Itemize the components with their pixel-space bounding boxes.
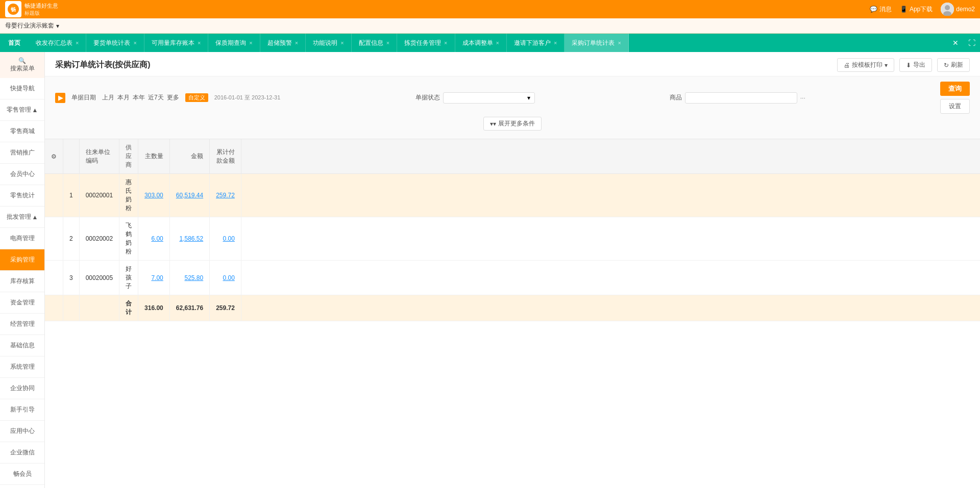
close-icon[interactable]: ×	[198, 40, 201, 46]
user-area[interactable]: demo2	[941, 3, 975, 16]
tab-chuchao[interactable]: 超储预警 ×	[260, 34, 306, 52]
sidebar-item-marketing[interactable]: 营销推广	[0, 142, 44, 164]
content-area: 采购订单统计表(按供应商) 🖨 按模板打印 ▾ ⬇ 导出 ↻ 刷新	[45, 52, 980, 488]
tf-amount: 62,631.76	[169, 295, 209, 321]
sidebar-item-app-center[interactable]: 应用中心	[0, 421, 44, 442]
tab-gongneng[interactable]: 功能说明 ×	[306, 34, 351, 52]
sidebar-item-purchase[interactable]: 采购管理	[0, 249, 44, 271]
status-select[interactable]: ▾	[443, 92, 535, 104]
goods-input[interactable]	[685, 92, 797, 104]
tab-jianhuo[interactable]: 拣货任务管理 ×	[397, 34, 455, 52]
date-custom-badge[interactable]: 自定义	[185, 93, 208, 102]
chevron-icon-2: ▲	[32, 214, 38, 221]
tab-caigou-active[interactable]: 采购订单统计表 ×	[565, 34, 628, 52]
sidebar-item-guide[interactable]: 新手引导	[0, 399, 44, 421]
td-paid-2: 0.00	[210, 217, 241, 261]
close-icon[interactable]: ×	[554, 40, 557, 46]
tf-unit-code	[79, 295, 119, 321]
sidebar-item-quick-nav[interactable]: 快捷导航	[0, 78, 44, 99]
sidebar-item-basic-info[interactable]: 基础信息	[0, 335, 44, 356]
data-table: ⚙ 往来单位编码 供应商 主数量 金额 累计付款金额 1	[45, 139, 980, 321]
sidebar-item-retail-mgmt[interactable]: 零售管理 ▲	[0, 99, 44, 121]
tf-empty	[241, 295, 980, 321]
tab-yaohuo[interactable]: 要货单统计表 ×	[86, 34, 144, 52]
date-shortcuts: 上月 本月 本年 近7天 更多	[102, 93, 179, 102]
refresh-icon: ↻	[944, 62, 949, 69]
close-icon[interactable]: ×	[295, 40, 298, 46]
expand-more-row: ▾▾ 展开更多条件	[55, 114, 970, 134]
date-shortcut-this-year[interactable]: 本年	[133, 93, 145, 102]
sidebar-item-finance[interactable]: 资金管理	[0, 292, 44, 314]
export-btn[interactable]: ⬇ 导出	[899, 58, 932, 72]
page-title: 采购订单统计表(按供应商)	[55, 60, 151, 70]
nav-right-btns: ✕ ⛶	[947, 34, 980, 52]
main-layout: 🔍 搜索菜单 快捷导航 零售管理 ▲ 零售商城 营销推广 会员中心 零售统计 批…	[0, 52, 980, 488]
search-btn[interactable]: 查询	[940, 82, 970, 96]
date-range: 2016-01-01 至 2023-12-31	[214, 94, 281, 101]
top-right: 💬 消息 📱 App下载 demo2	[870, 3, 975, 16]
td-quantity-1: 303.00	[138, 174, 170, 217]
tab-kuyong[interactable]: 可用量库存账本 ×	[144, 34, 208, 52]
close-icon[interactable]: ×	[340, 40, 344, 46]
close-icon[interactable]: ×	[386, 40, 389, 46]
date-label: 单据日期	[71, 93, 96, 102]
logo-icon: 畅	[5, 1, 21, 17]
td-amount-3: 525.80	[169, 261, 209, 295]
td-empty-1	[241, 174, 980, 217]
td-settings-3	[45, 261, 63, 295]
td-quantity-3: 7.00	[138, 261, 170, 295]
sidebar-item-retail-stats[interactable]: 零售统计	[0, 185, 44, 207]
close-icon-active[interactable]: ×	[618, 40, 621, 46]
td-amount-2: 1,586.52	[169, 217, 209, 261]
tf-label: 合计	[119, 295, 138, 321]
top-bar: 畅 畅捷通好生意 标题版 💬 消息 📱 App下载 demo2	[0, 0, 980, 18]
table-footer-row: 合计 316.00 62,631.76 259.72	[45, 295, 980, 321]
close-icon[interactable]: ×	[444, 40, 447, 46]
filter-toggle-btn[interactable]: ▶	[55, 93, 65, 103]
settings-icon[interactable]: ⚙	[51, 153, 57, 160]
sidebar-item-inventory[interactable]: 库存核算	[0, 271, 44, 292]
sidebar-item-member2[interactable]: 畅会员	[0, 464, 44, 485]
th-settings[interactable]: ⚙	[45, 139, 63, 174]
sidebar-item-ecommerce[interactable]: 电商管理	[0, 228, 44, 249]
date-shortcut-more[interactable]: 更多	[167, 93, 179, 102]
tab-baozhi[interactable]: 保质期查询 ×	[208, 34, 260, 52]
th-index	[63, 139, 80, 174]
nav-fullscreen-btn[interactable]: ⛶	[964, 34, 980, 52]
tab-chengben[interactable]: 成本调整单 ×	[455, 34, 507, 52]
close-icon[interactable]: ×	[133, 40, 136, 46]
tab-yaoqing[interactable]: 邀请下游客户 ×	[507, 34, 565, 52]
tf-settings	[45, 295, 63, 321]
chevron-icon: ▲	[32, 107, 38, 114]
table-row: 3 00020005 好孩子 7.00 525.80 0.00	[45, 261, 980, 295]
app-download-btn[interactable]: 📱 App下载	[900, 5, 933, 14]
message-btn[interactable]: 💬 消息	[870, 5, 892, 14]
goods-field: 商品 ···	[670, 92, 805, 104]
sidebar-item-system[interactable]: 系统管理	[0, 356, 44, 378]
sidebar-item-wechat[interactable]: 企业微信	[0, 442, 44, 464]
close-icon[interactable]: ×	[249, 40, 252, 46]
close-icon[interactable]: ×	[76, 40, 79, 46]
sidebar-item-enterprise[interactable]: 企业协同	[0, 378, 44, 399]
sidebar-item-wholesale[interactable]: 批发管理 ▲	[0, 207, 44, 228]
nav-close-btn[interactable]: ✕	[947, 34, 964, 52]
refresh-btn[interactable]: ↻ 刷新	[937, 58, 970, 72]
sidebar-item-member[interactable]: 会员中心	[0, 164, 44, 185]
expand-more-btn[interactable]: ▾▾ 展开更多条件	[483, 117, 542, 131]
sidebar-item-search[interactable]: 🔍 搜索菜单	[0, 52, 44, 78]
page-actions: 🖨 按模板打印 ▾ ⬇ 导出 ↻ 刷新	[837, 58, 970, 72]
goods-more-icon[interactable]: ···	[800, 94, 805, 101]
date-shortcut-7days[interactable]: 近7天	[148, 93, 164, 102]
date-shortcut-last-month[interactable]: 上月	[102, 93, 114, 102]
sidebar-item-operations[interactable]: 经营管理	[0, 314, 44, 335]
sidebar-item-retail-shop[interactable]: 零售商城	[0, 121, 44, 142]
tab-peizhi[interactable]: 配置信息 ×	[352, 34, 397, 52]
date-shortcut-this-month[interactable]: 本月	[117, 93, 130, 102]
message-icon: 💬	[870, 6, 877, 13]
tab-shoufacun[interactable]: 收发存汇总表 ×	[29, 34, 86, 52]
close-icon[interactable]: ×	[496, 40, 499, 46]
workspace-selector[interactable]: 母婴行业演示账套 ▾	[5, 21, 59, 30]
tab-home[interactable]: 首页	[0, 39, 29, 47]
template-print-btn[interactable]: 🖨 按模板打印 ▾	[837, 58, 894, 72]
settings-btn[interactable]: 设置	[940, 99, 970, 114]
